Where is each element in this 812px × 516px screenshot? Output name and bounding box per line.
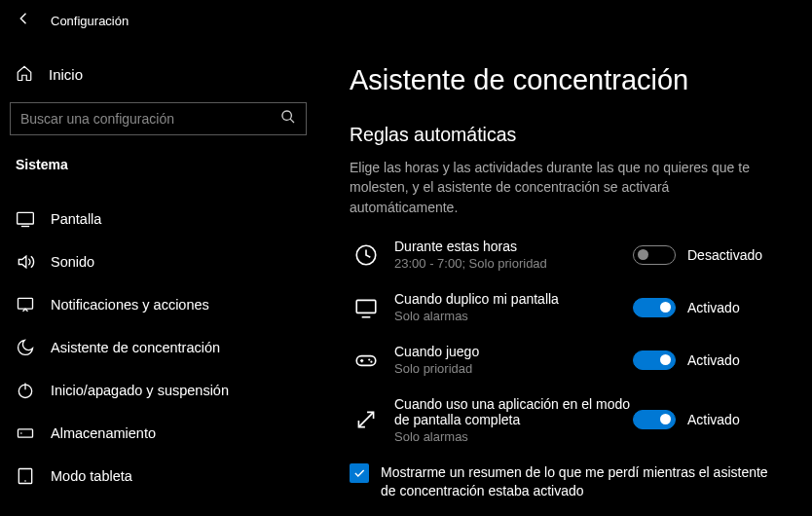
sidebar-item-sonido[interactable]: Sonido <box>10 240 307 283</box>
checkbox-icon[interactable] <box>350 463 369 483</box>
search-input[interactable] <box>20 111 280 127</box>
sidebar-item-concentracion[interactable]: Asistente de concentración <box>10 326 307 369</box>
svg-point-11 <box>370 360 372 362</box>
section-title: Reglas automáticas <box>350 124 779 146</box>
focus-assist-icon <box>16 338 35 357</box>
rule-subtitle: 23:00 - 7:00; Solo prioridad <box>394 256 633 271</box>
sidebar-item-label: Almacenamiento <box>51 425 156 441</box>
toggle-state: Activado <box>687 352 740 368</box>
svg-rect-3 <box>18 429 33 437</box>
svg-point-4 <box>20 432 22 434</box>
svg-rect-9 <box>356 356 376 366</box>
svg-point-10 <box>368 358 370 360</box>
toggle-gaming[interactable] <box>633 350 676 370</box>
main-content: Asistente de concentración Reglas automá… <box>316 37 812 516</box>
fullscreen-icon <box>350 403 383 436</box>
tablet-icon <box>16 466 35 486</box>
rule-title: Durante estas horas <box>394 239 633 254</box>
sidebar-home[interactable]: Inicio <box>10 56 307 98</box>
sidebar-group-label: Sistema <box>10 153 307 198</box>
sidebar-item-energia[interactable]: Inicio/apagado y suspensión <box>10 369 307 412</box>
rule-gaming[interactable]: Cuando juego Solo prioridad Activado <box>350 344 779 377</box>
sidebar-item-label: Notificaciones y acciones <box>51 297 209 313</box>
svg-rect-8 <box>356 300 376 313</box>
window-title: Configuración <box>51 14 129 28</box>
page-title: Asistente de concentración <box>350 64 779 96</box>
toggle-state: Desactivado <box>687 247 762 263</box>
sidebar: Inicio Sistema Pantalla Sonido Not <box>0 37 316 516</box>
rule-title: Cuando uso una aplicación en el modo de … <box>394 396 633 427</box>
toggle-state: Activado <box>687 300 740 315</box>
rule-title: Cuando duplico mi pantalla <box>394 291 633 307</box>
sidebar-item-label: Inicio/apagado y suspensión <box>51 383 229 398</box>
storage-icon <box>16 424 35 443</box>
sidebar-item-tableta[interactable]: Modo tableta <box>10 455 307 498</box>
summary-checkbox-row[interactable]: Mostrarme un resumen de lo que me perdí … <box>350 463 779 501</box>
section-description: Elige las horas y las actividades durant… <box>350 158 778 217</box>
toggle-duplicate-display[interactable] <box>633 298 676 317</box>
display-icon <box>16 209 35 229</box>
sidebar-item-notificaciones[interactable]: Notificaciones y acciones <box>10 283 307 326</box>
titlebar: Configuración <box>0 0 812 37</box>
search-box[interactable] <box>10 102 307 135</box>
home-icon <box>16 64 33 85</box>
toggle-state: Activado <box>687 412 740 427</box>
summary-checkbox-label: Mostrarme un resumen de lo que me perdí … <box>381 463 779 501</box>
rule-subtitle: Solo alarmas <box>394 309 633 323</box>
sidebar-item-pantalla[interactable]: Pantalla <box>10 198 307 240</box>
toggle-hours[interactable] <box>633 245 676 265</box>
clock-icon <box>350 239 383 272</box>
gamepad-icon <box>350 344 383 377</box>
sidebar-item-label: Modo tableta <box>51 468 132 484</box>
rule-title: Cuando juego <box>394 344 633 359</box>
rule-duplicate-display[interactable]: Cuando duplico mi pantalla Solo alarmas … <box>350 291 779 324</box>
rule-hours[interactable]: Durante estas horas 23:00 - 7:00; Solo p… <box>350 239 779 272</box>
sidebar-item-label: Sonido <box>51 254 94 270</box>
sidebar-item-label: Pantalla <box>51 211 101 227</box>
sidebar-item-almacenamiento[interactable]: Almacenamiento <box>10 412 307 455</box>
svg-rect-1 <box>18 298 33 309</box>
back-button[interactable] <box>16 10 33 31</box>
rule-subtitle: Solo alarmas <box>394 429 633 444</box>
sidebar-home-label: Inicio <box>49 66 83 83</box>
svg-point-6 <box>24 480 26 482</box>
notifications-icon <box>16 295 35 314</box>
sound-icon <box>16 252 35 272</box>
search-icon <box>280 109 296 129</box>
rule-subtitle: Solo prioridad <box>394 361 633 376</box>
svg-rect-0 <box>18 212 34 224</box>
rule-fullscreen[interactable]: Cuando uso una aplicación en el modo de … <box>350 396 779 444</box>
sidebar-item-label: Asistente de concentración <box>51 340 220 355</box>
toggle-fullscreen[interactable] <box>633 410 676 429</box>
power-icon <box>16 381 35 400</box>
duplicate-display-icon <box>350 291 383 324</box>
